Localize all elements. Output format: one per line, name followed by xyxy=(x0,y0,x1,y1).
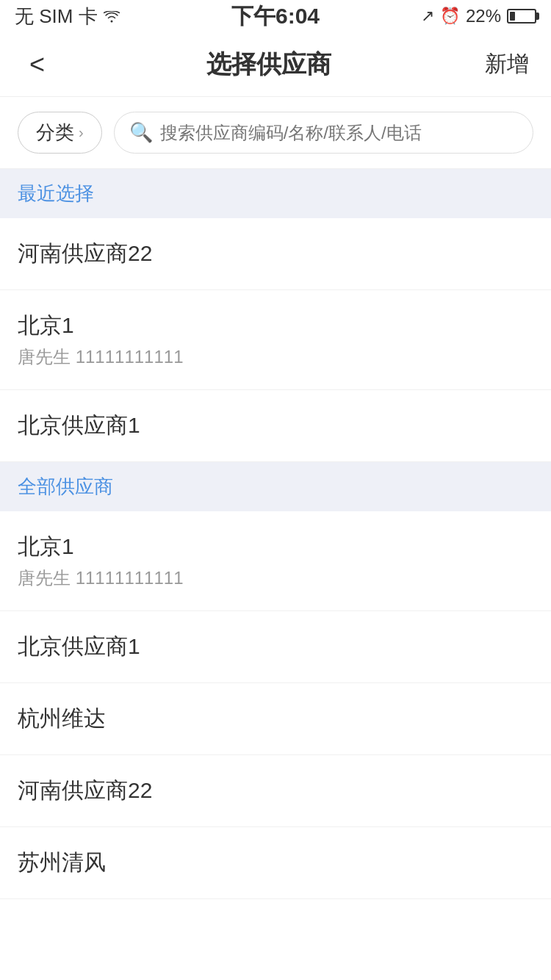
add-button[interactable]: 新增 xyxy=(485,49,529,79)
item-detail: 唐先生 11111111111 xyxy=(18,345,533,369)
item-name: 河南供应商22 xyxy=(18,776,533,806)
status-left: 无 SIM 卡 xyxy=(15,4,120,29)
chevron-right-icon: › xyxy=(79,124,84,141)
item-name: 杭州维达 xyxy=(18,704,533,734)
filter-bar: 分类 › 🔍 xyxy=(0,97,551,169)
list-item[interactable]: 苏州清风 xyxy=(0,827,551,899)
list-item[interactable]: 北京1 唐先生 11111111111 xyxy=(0,290,551,390)
battery-indicator xyxy=(507,9,536,24)
list-item[interactable]: 杭州维达 xyxy=(0,683,551,755)
back-button[interactable]: < xyxy=(22,42,52,87)
list-item[interactable]: 河南供应商22 xyxy=(0,218,551,290)
recent-section-header: 最近选择 xyxy=(0,169,551,218)
item-name: 北京1 xyxy=(18,311,533,341)
item-name: 北京供应商1 xyxy=(18,411,533,441)
category-label: 分类 xyxy=(36,120,74,145)
item-name: 河南供应商22 xyxy=(18,239,533,269)
item-name: 北京供应商1 xyxy=(18,632,533,662)
battery-percentage: 22% xyxy=(466,6,501,26)
all-items-list: 北京1 唐先生 11111111111 北京供应商1 杭州维达 河南供应商22 … xyxy=(0,511,551,899)
list-item[interactable]: 河南供应商22 xyxy=(0,755,551,827)
status-right: ↗ ⏰ 22% xyxy=(421,6,536,26)
alarm-icon: ⏰ xyxy=(440,7,460,26)
search-box: 🔍 xyxy=(114,112,533,154)
list-item[interactable]: 北京1 唐先生 11111111111 xyxy=(0,511,551,611)
item-detail: 唐先生 11111111111 xyxy=(18,566,533,590)
item-name: 北京1 xyxy=(18,532,533,562)
status-time: 下午6:04 xyxy=(231,1,320,32)
status-bar: 无 SIM 卡 下午6:04 ↗ ⏰ 22% xyxy=(0,0,551,32)
page-title: 选择供应商 xyxy=(206,48,331,82)
sim-text: 无 SIM 卡 xyxy=(15,4,98,29)
list-item[interactable]: 北京供应商1 xyxy=(0,390,551,462)
location-icon: ↗ xyxy=(421,7,434,26)
recent-items-list: 河南供应商22 北京1 唐先生 11111111111 北京供应商1 xyxy=(0,218,551,462)
list-item[interactable]: 北京供应商1 xyxy=(0,611,551,683)
wifi-icon xyxy=(104,5,120,28)
search-input[interactable] xyxy=(160,123,518,143)
item-name: 苏州清风 xyxy=(18,848,533,878)
all-section-header: 全部供应商 xyxy=(0,462,551,511)
nav-bar: < 选择供应商 新增 xyxy=(0,32,551,97)
category-filter-button[interactable]: 分类 › xyxy=(18,112,102,154)
search-icon: 🔍 xyxy=(129,121,153,144)
